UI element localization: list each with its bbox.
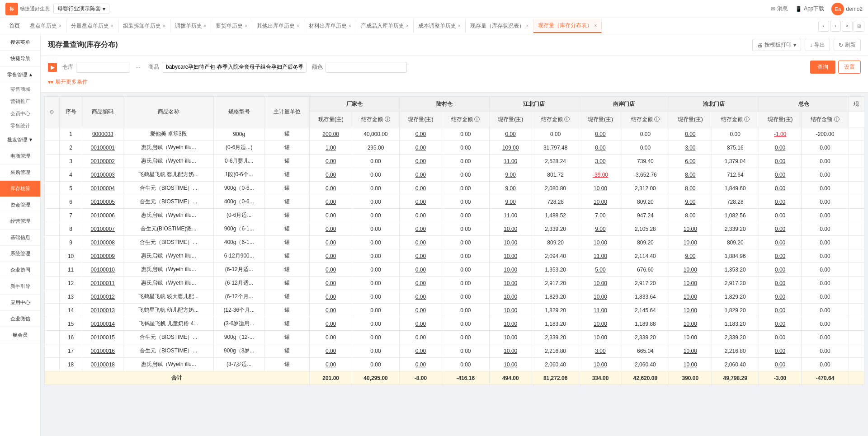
sidebar-item-enterprise[interactable]: 企业协同 — [0, 262, 40, 278]
cell-code: 00100014 — [82, 317, 123, 331]
tab-xiancunliang-status[interactable]: 现存量（库存状况表） × — [466, 19, 534, 33]
sidebar-item-appcenter[interactable]: 应用中心 — [0, 295, 40, 311]
th-spec: 规格型号 — [214, 97, 264, 127]
cell-check — [45, 358, 60, 371]
sidebar-item-nav[interactable]: 快捷导航 — [0, 51, 40, 67]
cell-land-amt: 0.00 — [442, 209, 489, 222]
th-factory: 厂家仓 — [309, 97, 399, 112]
cell-total-qty: 0.00 — [759, 249, 801, 263]
tab-zuzhuan[interactable]: 组装拆卸单历史 × — [118, 19, 170, 33]
sidebar-item-member2[interactable]: 畅会员 — [0, 327, 40, 343]
tab-close-icon[interactable]: × — [111, 23, 113, 28]
cell-jiangbei-qty: 10.00 — [489, 263, 532, 277]
warehouse-input[interactable] — [76, 62, 130, 73]
tab-close-icon[interactable]: × — [297, 23, 299, 28]
cell-unit: 罐 — [264, 155, 310, 168]
sidebar-item-inventory[interactable]: 库存核算 — [0, 181, 40, 197]
tab-chancheng[interactable]: 产成品入库单历史 × — [356, 19, 414, 33]
cell-factory-amt: 0.00 — [352, 344, 399, 358]
cell-factory-qty: 0.00 — [309, 155, 352, 168]
table-row: 1 0000003 爱他美 卓筚3段 900g 罐 200.00 40,000.… — [45, 127, 864, 141]
tab-prev-btn[interactable]: ‹ — [818, 21, 829, 32]
sidebar-item-retail-mgmt[interactable]: 零售管理 ▲ — [0, 67, 40, 83]
summary-extra — [849, 371, 864, 385]
cell-nanan-qty: 3.00 — [579, 155, 622, 168]
sidebar-item-weixin[interactable]: 企业微信 — [0, 311, 40, 327]
tab-close-icon[interactable]: × — [59, 23, 61, 28]
tab-close-icon[interactable]: × — [245, 23, 247, 28]
tab-chengben[interactable]: 成本调整单历史 × — [414, 19, 466, 33]
tab-cailiao[interactable]: 材料出库单历史 × — [304, 19, 356, 33]
sidebar-item-search[interactable]: 搜索英单 — [0, 34, 40, 51]
tab-fullscreen-btn[interactable]: ⊞ — [854, 21, 864, 32]
sidebar-item-retail-stats[interactable]: 零售统计 — [0, 120, 40, 132]
tab-home[interactable]: 首页 — [4, 19, 25, 33]
summary-yubei-amt: 49,798.29 — [712, 371, 759, 385]
user-profile[interactable]: Ea demo2 — [831, 3, 863, 15]
gear-icon[interactable]: ⚙ — [49, 109, 54, 115]
sidebar-item-member[interactable]: 会员中心 — [0, 108, 40, 120]
cell-factory-qty: 200.00 — [309, 127, 352, 141]
print-btn[interactable]: 🖨 按模板打印 ▾ — [752, 39, 801, 51]
sidebar-item-purchase[interactable]: 采购管理 — [0, 164, 40, 181]
warehouse-dots-btn[interactable]: ··· — [133, 63, 143, 71]
cell-yubei-amt: 1,829.20 — [712, 304, 759, 317]
sidebar-item-ecommerce[interactable]: 电商管理 — [0, 148, 40, 164]
sidebar-item-finance[interactable]: 资金管理 — [0, 197, 40, 213]
tab-xiancunliang-dist[interactable]: 现存量（库存分布表） × — [533, 19, 602, 33]
tab-close-icon[interactable]: × — [526, 23, 529, 28]
export-icon: ↓ — [810, 42, 812, 48]
cell-factory-amt: 0.00 — [352, 304, 399, 317]
tab-qitachu[interactable]: 其他出库单历史 × — [252, 19, 304, 33]
sidebar-item-system[interactable]: 系统管理 — [0, 246, 40, 262]
sidebar-item-newbie[interactable]: 新手引导 — [0, 278, 40, 295]
tab-close-icon[interactable]: × — [458, 23, 461, 28]
tab-close-all-btn[interactable]: × — [842, 21, 853, 32]
table-row: 3 00100002 惠氏启赋（Wyeth illu... 0-6月婴儿... … — [45, 155, 864, 168]
tab-yaohuo[interactable]: 要货单历史 × — [211, 19, 252, 33]
tab-fenpandian[interactable]: 分量盘点单历史 × — [66, 19, 118, 33]
tab-pandian[interactable]: 盘点单历史 × — [25, 19, 66, 33]
table-row: 4 00100003 飞鹤星飞帆 婴儿配方奶... 1段(0-6个... 罐 0… — [45, 168, 864, 182]
sidebar-item-marketing[interactable]: 营销推广 — [0, 95, 40, 108]
cell-land-qty: 0.00 — [399, 168, 442, 182]
industry-select[interactable]: 母婴行业演示陈套 ▾ — [53, 4, 109, 14]
cell-name: 惠氏启赋（Wyeth illu... — [123, 263, 214, 277]
search-button[interactable]: 查询 — [810, 61, 835, 74]
industry-label: 母婴行业演示陈套 — [57, 5, 101, 13]
color-input[interactable] — [326, 62, 407, 73]
export-btn[interactable]: ↓ 导出 — [805, 39, 830, 51]
tab-diaob[interactable]: 调拨单历史 × — [170, 19, 212, 33]
cell-land-qty: 0.00 — [399, 290, 442, 304]
goods-input[interactable] — [162, 62, 307, 73]
sidebar-item-wholesale[interactable]: 批发管理 ▼ — [0, 132, 40, 148]
table-row: 7 00100006 惠氏启赋（Wyeth illu... (0-6月适... … — [45, 209, 864, 222]
expand-arrow[interactable]: ▶ — [48, 63, 57, 72]
sidebar-item-retail-mall[interactable]: 零售商城 — [0, 83, 40, 95]
refresh-btn[interactable]: ↻ 刷新 — [834, 39, 861, 51]
tab-close-icon[interactable]: × — [594, 23, 597, 28]
tab-close-icon[interactable]: × — [204, 23, 207, 28]
sidebar-item-basic[interactable]: 基础信息 — [0, 230, 40, 246]
cell-yubei-amt: 2,060.40 — [712, 358, 759, 371]
tab-close-icon[interactable]: × — [406, 23, 409, 28]
tab-close-icon[interactable]: × — [349, 23, 351, 28]
tab-close-icon[interactable]: × — [163, 23, 165, 28]
refresh-label: 刷新 — [845, 41, 856, 49]
setting-button[interactable]: 设置 — [838, 61, 861, 74]
th-yubei-qty: 现存量(主) — [669, 112, 712, 127]
cell-yubei-amt: 875.16 — [712, 141, 759, 155]
cell-factory-qty: 0.00 — [309, 304, 352, 317]
cell-extra — [849, 182, 864, 195]
expand-conditions-btn[interactable]: ▾▾ 展开更多条件 — [48, 76, 861, 88]
sidebar-item-operations[interactable]: 经营管理 — [0, 213, 40, 230]
th-land: 陆村仓 — [399, 97, 489, 112]
message-btn[interactable]: ✉ 消息 — [771, 5, 788, 13]
th-no: 序号 — [59, 97, 82, 127]
cell-name: 惠氏启赋（Wyeth illu... — [123, 249, 214, 263]
refresh-icon: ↻ — [839, 42, 843, 48]
th-jiangbei: 江北门店 — [489, 97, 579, 112]
app-download-btn[interactable]: 📱 App下载 — [795, 5, 824, 13]
cell-yubei-qty: 3.00 — [669, 141, 712, 155]
tab-next-btn[interactable]: › — [830, 21, 841, 32]
